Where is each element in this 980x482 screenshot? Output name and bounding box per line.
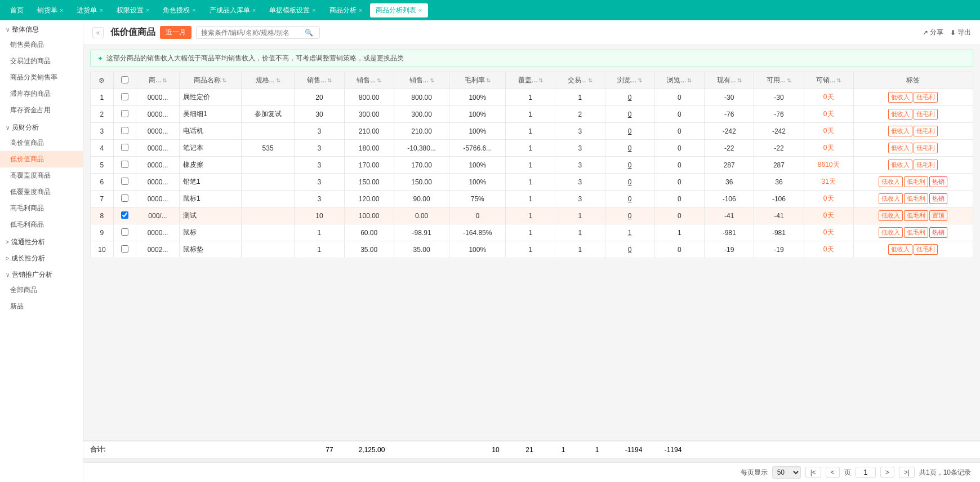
sort-icon-current-stock[interactable]: ⇅ — [737, 77, 742, 83]
nav-product-analysis[interactable]: 商品分析 × — [324, 3, 368, 17]
browse1-link[interactable]: 0 — [628, 110, 632, 118]
browse1-link[interactable]: 0 — [628, 94, 632, 101]
nav-close-permission-settings[interactable]: × — [146, 7, 149, 14]
sort-icon-name[interactable]: ⇅ — [222, 77, 226, 83]
sort-icon-available[interactable]: ⇅ — [787, 77, 791, 83]
sort-icon-sales-qty[interactable]: ⇅ — [327, 77, 332, 83]
row-sales-qty: 3 — [295, 174, 344, 191]
sort-icon-sellable[interactable]: ⇅ — [836, 77, 841, 83]
nav-purchase-order[interactable]: 进货单 × — [71, 3, 108, 17]
nav-permission-settings[interactable]: 权限设置 × — [111, 3, 155, 17]
nav-home[interactable]: 首页 — [5, 3, 29, 17]
row-checkbox[interactable] — [121, 110, 128, 117]
nav-close-sales-order[interactable]: × — [60, 7, 63, 14]
nav-product-inbound[interactable]: 产成品入库单 × — [204, 3, 261, 17]
row-sales-amount: 100.00 — [344, 207, 394, 224]
row-checkbox[interactable] — [121, 144, 128, 151]
th-coverage: 覆盖...⇅ — [506, 72, 555, 89]
total-pages-label: 共1页，10条记录 — [919, 468, 971, 477]
nav-close-product-analysis-list[interactable]: × — [418, 7, 422, 14]
row-checkbox[interactable] — [121, 178, 128, 185]
sidebar-item-all-products[interactable]: 全部商品 — [0, 282, 83, 298]
search-input[interactable] — [201, 29, 302, 37]
sort-icon-browse1[interactable]: ⇅ — [638, 77, 642, 83]
sort-icon-gross-margin[interactable]: ⇅ — [486, 77, 491, 83]
next-page-button[interactable]: > — [880, 467, 894, 478]
search-icon[interactable]: 🔍 — [305, 29, 313, 37]
row-checkbox[interactable] — [121, 93, 128, 100]
content-area: « 低价值商品 近一月 🔍 ↗ 分享 ⬇ 导出 ✦ — [83, 20, 980, 482]
export-button[interactable]: ⬇ 导出 — [950, 28, 971, 37]
sidebar-item-low-margin[interactable]: 低毛利商品 — [0, 216, 83, 233]
sort-icon-sales-price[interactable]: ⇅ — [430, 77, 434, 83]
sidebar-item-high-margin[interactable]: 高毛利商品 — [0, 200, 83, 216]
sidebar-item-inventory-capital[interactable]: 库存资金占用 — [0, 102, 83, 118]
prev-page-button[interactable]: < — [826, 467, 840, 478]
sort-icon-spec[interactable]: ⇅ — [276, 77, 280, 83]
sidebar-item-slow-products[interactable]: 滞库存的商品 — [0, 86, 83, 102]
nav-role-auth[interactable]: 角色授权 × — [157, 3, 201, 17]
sidebar-group-marketing[interactable]: ∨ 营销推广分析 — [0, 266, 83, 282]
browse1-link[interactable]: 0 — [628, 178, 632, 186]
browse1-link[interactable]: 0 — [628, 195, 632, 203]
row-checkbox[interactable] — [121, 211, 128, 219]
browse1-link[interactable]: 0 — [628, 127, 632, 135]
main-layout: ∨ 整体信息 销售类商品 交易过的商品 商品分类销售率 滞库存的商品 库存资金占… — [0, 20, 980, 482]
nav-close-role-auth[interactable]: × — [192, 7, 195, 14]
chevron-down-icon-financial: ∨ — [6, 125, 10, 131]
nav-close-product-analysis[interactable]: × — [359, 7, 362, 14]
filter-recent-month-button[interactable]: 近一月 — [160, 26, 191, 39]
row-checkbox[interactable] — [121, 127, 128, 134]
sidebar-item-category-sales-rate[interactable]: 商品分类销售率 — [0, 69, 83, 86]
row-checkbox[interactable] — [121, 228, 128, 236]
nav-close-template-settings[interactable]: × — [312, 7, 315, 14]
nav-template-settings[interactable]: 单据模板设置 × — [264, 3, 321, 17]
sidebar-item-low-value[interactable]: 低价值商品 — [0, 151, 83, 167]
row-checkbox[interactable] — [121, 245, 128, 253]
sidebar-item-new-products[interactable]: 新品 — [0, 298, 83, 315]
browse1-link[interactable]: 0 — [628, 212, 632, 220]
days-label: 0天 — [823, 245, 834, 253]
share-button[interactable]: ↗ 分享 — [923, 28, 943, 37]
sort-icon-transactions[interactable]: ⇅ — [588, 77, 593, 83]
nav-close-purchase-order[interactable]: × — [99, 7, 103, 14]
th-spec: 规格...⇅ — [241, 72, 294, 89]
nav-sales-order[interactable]: 销货单 × — [32, 3, 69, 17]
last-page-button[interactable]: >| — [899, 467, 915, 478]
settings-icon[interactable]: ⚙ — [99, 77, 105, 85]
nav-close-product-inbound[interactable]: × — [252, 7, 256, 14]
sidebar-group-growth[interactable]: > 成长性分析 — [0, 249, 83, 266]
sort-icon-sales-amount[interactable]: ⇅ — [377, 77, 381, 83]
sort-icon-coverage[interactable]: ⇅ — [538, 77, 543, 83]
sort-icon-code[interactable]: ⇅ — [162, 77, 167, 83]
sidebar-item-high-value[interactable]: 高价值商品 — [0, 135, 83, 151]
browse1-link[interactable]: 0 — [628, 144, 632, 152]
row-checkbox[interactable] — [121, 161, 128, 168]
row-sales-qty: 3 — [295, 191, 344, 207]
sidebar-item-sales-products[interactable]: 销售类商品 — [0, 37, 83, 53]
nav-product-analysis-list[interactable]: 商品分析列表 × — [370, 3, 427, 17]
th-available: 可用...⇅ — [754, 72, 804, 89]
sidebar-group-overview[interactable]: ∨ 整体信息 — [0, 20, 83, 37]
sidebar-item-high-coverage[interactable]: 高覆盖度商品 — [0, 167, 83, 184]
page-number-input[interactable] — [856, 467, 876, 478]
browse1-link[interactable]: 1 — [628, 229, 632, 237]
data-table: ⚙ 商...⇅ 商品名称⇅ 规格...⇅ 销售...⇅ 销售...⇅ 销售...… — [90, 72, 973, 258]
select-all-checkbox[interactable] — [121, 76, 128, 83]
row-no: 10 — [91, 241, 114, 258]
first-page-button[interactable]: |< — [805, 467, 821, 478]
per-page-select[interactable]: 50 100 200 — [772, 466, 801, 479]
row-tags: 低收入低毛利置顶 — [853, 207, 973, 224]
tag-label: 低毛利 — [914, 160, 938, 170]
collapse-sidebar-button[interactable]: « — [92, 27, 104, 38]
sidebar-group-liquidity[interactable]: > 流通性分析 — [0, 233, 83, 249]
sort-icon-browse2[interactable]: ⇅ — [687, 77, 692, 83]
row-checkbox[interactable] — [121, 194, 128, 202]
sidebar-group-financial[interactable]: ∨ 员财分析 — [0, 118, 83, 135]
browse1-link[interactable]: 0 — [628, 246, 632, 254]
browse1-link[interactable]: 0 — [628, 161, 632, 169]
tag-label: 低毛利 — [904, 227, 928, 238]
sidebar-item-traded-products[interactable]: 交易过的商品 — [0, 53, 83, 69]
sidebar-item-low-coverage[interactable]: 低覆盖度商品 — [0, 184, 83, 200]
th-settings[interactable]: ⚙ — [91, 72, 114, 89]
